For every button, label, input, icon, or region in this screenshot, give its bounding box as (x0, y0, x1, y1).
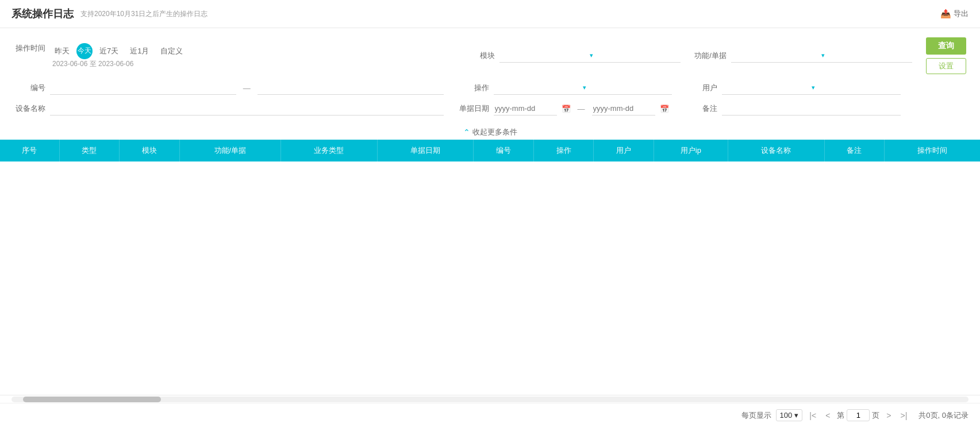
module-dropdown-arrow: ▾ (590, 52, 679, 59)
table-col-备注: 备注 (824, 140, 884, 161)
table-col-操作: 操作 (533, 140, 593, 161)
time-btn-7days[interactable]: 近7天 (95, 45, 123, 57)
module-filter-group: 模块 ▾ (463, 49, 681, 63)
user-select[interactable]: ▾ (722, 81, 901, 95)
export-icon: 📤 (940, 9, 951, 19)
scrollbar-track (11, 397, 969, 402)
collapse-row: ⌃ 收起更多条件 (14, 122, 966, 140)
table-col-用户: 用户 (594, 140, 654, 161)
time-range-display: 2023-06-06 至 2023-06-06 (52, 59, 187, 69)
number-input-to[interactable] (258, 81, 444, 95)
table-col-业务类型: 业务类型 (281, 140, 378, 161)
date-input-from[interactable] (494, 102, 557, 116)
remark-filter-group: 备注 (686, 102, 901, 116)
table-col-设备名称: 设备名称 (728, 140, 824, 161)
voucher-date-label: 单据日期 (458, 103, 489, 114)
pagination-bar: 每页显示 100 ▾ |< < 第 页 > >| 共0页, 0条记录 (0, 403, 980, 427)
remark-input[interactable] (722, 102, 901, 116)
filter-row-3: 设备名称 单据日期 📅 — 📅 备注 (14, 102, 966, 116)
page-header: 系统操作日志 支持2020年10月31日之后产生的操作日志 📤 导出 (0, 0, 980, 28)
user-label: 用户 (686, 83, 717, 93)
module-label: 模块 (463, 51, 495, 61)
collapse-label: 收起更多条件 (472, 127, 517, 137)
remark-label: 备注 (686, 103, 717, 114)
time-buttons: 昨天 今天 近7天 近1月 自定义 (50, 43, 187, 59)
module-select-text (501, 51, 590, 60)
page-info: 第 页 (837, 409, 879, 421)
last-page-button[interactable]: >| (898, 410, 910, 421)
time-btn-yesterday[interactable]: 昨天 (50, 45, 74, 57)
device-label: 设备名称 (14, 103, 45, 114)
time-controls: 昨天 今天 近7天 近1月 自定义 2023-06-06 至 2023-06-0… (50, 43, 187, 69)
table-col-序号: 序号 (0, 140, 59, 161)
voucher-date-filter-group: 单据日期 📅 — 📅 (458, 102, 672, 116)
export-button[interactable]: 📤 导出 (940, 9, 969, 19)
page-size-value: 100 (780, 411, 793, 420)
table-col-功能/单据: 功能/单据 (179, 140, 280, 161)
collapse-chevron-icon: ⌃ (463, 128, 470, 137)
header-left: 系统操作日志 支持2020年10月31日之后产生的操作日志 (11, 7, 207, 21)
table-section: 序号类型模块功能/单据业务类型单据日期编号操作用户用户ip设备名称备注操作时间 (0, 140, 980, 395)
table-col-用户ip: 用户ip (654, 140, 728, 161)
page-label: 第 (837, 410, 844, 421)
calendar-icon-from[interactable]: 📅 (562, 105, 571, 113)
date-input-to[interactable] (592, 102, 655, 116)
module-select[interactable]: ▾ (499, 49, 681, 63)
table-empty-area (0, 161, 980, 357)
func-label: 功能/单据 (694, 51, 727, 61)
filter-rows: 操作时间 昨天 今天 近7天 近1月 自定义 2023-06-06 至 2023… (14, 37, 966, 140)
operation-dropdown-arrow: ▾ (583, 84, 671, 91)
first-page-button[interactable]: |< (807, 410, 818, 421)
page-wrapper: 系统操作日志 支持2020年10月31日之后产生的操作日志 📤 导出 操作时间 … (0, 0, 980, 427)
user-dropdown-arrow: ▾ (812, 84, 900, 91)
table-col-编号: 编号 (474, 140, 533, 161)
func-filter-group: 功能/单据 ▾ (694, 49, 912, 63)
query-button[interactable]: 查询 (926, 37, 966, 55)
time-btn-today[interactable]: 今天 (76, 43, 93, 59)
number-dash: — (241, 84, 253, 93)
page-input[interactable] (847, 409, 870, 421)
time-filter-group: 操作时间 昨天 今天 近7天 近1月 自定义 2023-06-06 至 2023… (14, 43, 449, 69)
page-size-arrow: ▾ (794, 411, 798, 420)
filter-panel: 操作时间 昨天 今天 近7天 近1月 自定义 2023-06-06 至 2023… (0, 28, 980, 140)
collapse-button[interactable]: ⌃ 收起更多条件 (463, 127, 517, 137)
scrollbar-thumb[interactable] (23, 397, 161, 402)
page-size-select[interactable]: 100 ▾ (776, 409, 803, 421)
user-filter-group: 用户 ▾ (686, 81, 901, 95)
filter-row-1: 操作时间 昨天 今天 近7天 近1月 自定义 2023-06-06 至 2023… (14, 37, 966, 74)
func-select-text (732, 51, 822, 60)
table-header-row: 序号类型模块功能/单据业务类型单据日期编号操作用户用户ip设备名称备注操作时间 (0, 140, 980, 161)
table-col-操作时间: 操作时间 (884, 140, 980, 161)
settings-button[interactable]: 设置 (926, 58, 966, 74)
page-size-label: 每页显示 (741, 410, 771, 421)
prev-page-button[interactable]: < (823, 410, 832, 421)
time-btn-custom[interactable]: 自定义 (156, 45, 187, 57)
next-page-button[interactable]: > (884, 410, 893, 421)
calendar-icon-to[interactable]: 📅 (660, 105, 669, 113)
number-filter-group: 编号 — (14, 81, 444, 95)
func-select[interactable]: ▾ (731, 49, 912, 63)
table-col-单据日期: 单据日期 (377, 140, 474, 161)
table-col-模块: 模块 (120, 140, 179, 161)
operation-select-text (495, 83, 583, 92)
export-label: 导出 (954, 9, 969, 19)
number-input-from[interactable] (50, 81, 236, 95)
table-col-类型: 类型 (59, 140, 119, 161)
func-dropdown-arrow: ▾ (821, 52, 911, 59)
operation-select[interactable]: ▾ (494, 81, 672, 95)
total-info: 共0页, 0条记录 (918, 410, 969, 421)
number-label: 编号 (14, 83, 45, 93)
page-subtitle: 支持2020年10月31日之后产生的操作日志 (80, 9, 207, 19)
table-header: 序号类型模块功能/单据业务类型单据日期编号操作用户用户ip设备名称备注操作时间 (0, 140, 980, 161)
filter-row-2: 编号 — 操作 ▾ 用户 (14, 81, 966, 95)
date-dash: — (575, 105, 587, 113)
page-title: 系统操作日志 (11, 7, 74, 21)
action-buttons: 查询 设置 (926, 37, 966, 74)
time-btn-1month[interactable]: 近1月 (125, 45, 153, 57)
device-filter-group: 设备名称 (14, 102, 444, 116)
operation-filter-group: 操作 ▾ (458, 81, 672, 95)
page-unit: 页 (872, 410, 879, 421)
device-input[interactable] (50, 102, 444, 116)
horizontal-scrollbar[interactable] (0, 395, 980, 403)
time-label: 操作时间 (14, 43, 45, 53)
